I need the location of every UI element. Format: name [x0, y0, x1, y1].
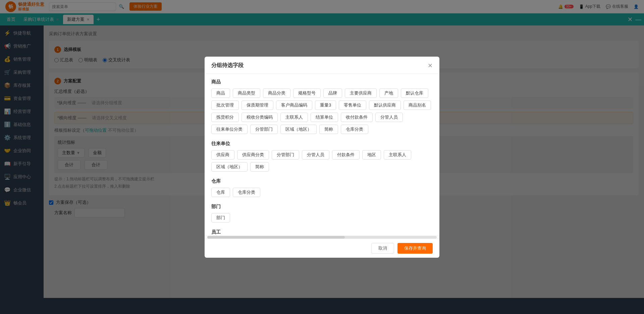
tag-default-warehouse[interactable]: 默认仓库	[401, 88, 428, 98]
tag-dept[interactable]: 分管部门	[250, 125, 278, 134]
section-goods: 商品 商品 商品类型 商品分类 规格型号 品牌 主要供应商 产地 默认仓库 批次…	[211, 79, 433, 134]
dialog-scrollbar-horizontal	[205, 236, 439, 239]
section-dept-title: 部门	[211, 204, 433, 210]
tag-short-name-goods[interactable]: 简称	[319, 125, 338, 134]
tag-supplier-category[interactable]: 供应商分类	[237, 150, 269, 160]
tag-main-contact-partner[interactable]: 主联系人	[384, 150, 411, 160]
tag-partner-category[interactable]: 往来单位分类	[211, 125, 248, 134]
dialog-save-query-button[interactable]: 保存并查询	[397, 243, 433, 254]
section-goods-tags: 商品 商品类型 商品分类 规格型号 品牌 主要供应商 产地 默认仓库 批次管理 …	[211, 88, 433, 134]
dialog-cancel-button[interactable]: 取消	[371, 243, 394, 254]
dialog-close-button[interactable]: ✕	[428, 62, 433, 69]
tag-weight3[interactable]: 重量3	[315, 101, 336, 110]
tag-goods-alias[interactable]: 商品别名	[404, 101, 431, 110]
section-warehouse-title: 仓库	[211, 178, 433, 184]
section-partner: 往来单位 供应商 供应商分类 分管部门 分管人员 付款条件 地区 主联系人 区域…	[211, 141, 433, 172]
tag-supplier[interactable]: 供应商	[211, 150, 234, 160]
tag-payment-terms[interactable]: 收付款条件	[341, 113, 373, 122]
dialog-title: 分组待选字段	[211, 62, 244, 69]
dialog-footer: 取消 保存并查询	[205, 239, 439, 258]
section-goods-title: 商品	[211, 79, 433, 85]
dialog-body: 商品 商品 商品类型 商品分类 规格型号 品牌 主要供应商 产地 默认仓库 批次…	[205, 74, 439, 236]
tag-pick-score[interactable]: 拣货积分	[211, 113, 239, 122]
section-dept: 部门 部门	[211, 204, 433, 223]
tag-warehouse[interactable]: 仓库	[211, 188, 230, 197]
tag-payment-cond[interactable]: 付款条件	[332, 150, 360, 160]
section-dept-tags: 部门	[211, 213, 433, 223]
tag-tax-code[interactable]: 税收分类编码	[241, 113, 278, 122]
tag-area-partner[interactable]: 区域（地区）	[211, 162, 248, 172]
tag-spec-model[interactable]: 规格型号	[293, 88, 321, 98]
tag-short-name-partner[interactable]: 简称	[250, 162, 269, 172]
tag-batch-mgmt[interactable]: 批次管理	[211, 101, 239, 110]
tag-quality-mgmt[interactable]: 保质期管理	[241, 101, 273, 110]
tag-region-goods[interactable]: 区域（地区）	[280, 125, 317, 134]
modal-overlay: 分组待选字段 ✕ 商品 商品 商品类型 商品分类 规格型号 品牌 主要供应商 产…	[0, 0, 644, 314]
tag-manager[interactable]: 分管人员	[375, 113, 403, 122]
tag-manager-partner[interactable]: 分管人员	[302, 150, 329, 160]
section-warehouse: 仓库 仓库 仓库分类	[211, 178, 433, 197]
section-warehouse-tags: 仓库 仓库分类	[211, 188, 433, 197]
section-staff: 员工 业务员	[211, 229, 433, 236]
tag-warehouse-category[interactable]: 仓库分类	[341, 125, 368, 134]
dialog-header: 分组待选字段 ✕	[205, 57, 439, 74]
tag-region-partner[interactable]: 地区	[362, 150, 381, 160]
section-partner-tags: 供应商 供应商分类 分管部门 分管人员 付款条件 地区 主联系人 区域（地区） …	[211, 150, 433, 172]
tag-department[interactable]: 部门	[211, 213, 230, 223]
tag-main-contact[interactable]: 主联系人	[280, 113, 308, 122]
tag-brand[interactable]: 品牌	[323, 88, 342, 98]
tag-origin[interactable]: 产地	[379, 88, 398, 98]
tag-retail-unit[interactable]: 零售单位	[339, 101, 366, 110]
field-selection-dialog: 分组待选字段 ✕ 商品 商品 商品类型 商品分类 规格型号 品牌 主要供应商 产…	[205, 57, 439, 258]
section-staff-title: 员工	[211, 229, 433, 235]
tag-warehouse-cat[interactable]: 仓库分类	[233, 188, 260, 197]
tag-goods[interactable]: 商品	[211, 88, 230, 98]
tag-goods-type[interactable]: 商品类型	[233, 88, 260, 98]
section-partner-title: 往来单位	[211, 141, 433, 147]
tag-customer-code[interactable]: 客户商品编码	[276, 101, 312, 110]
tag-dept-partner[interactable]: 分管部门	[272, 150, 299, 160]
tag-default-supplier[interactable]: 默认供应商	[369, 101, 401, 110]
tag-goods-category[interactable]: 商品分类	[263, 88, 290, 98]
tag-settlement-unit[interactable]: 结算单位	[311, 113, 338, 122]
tag-main-supplier[interactable]: 主要供应商	[345, 88, 377, 98]
